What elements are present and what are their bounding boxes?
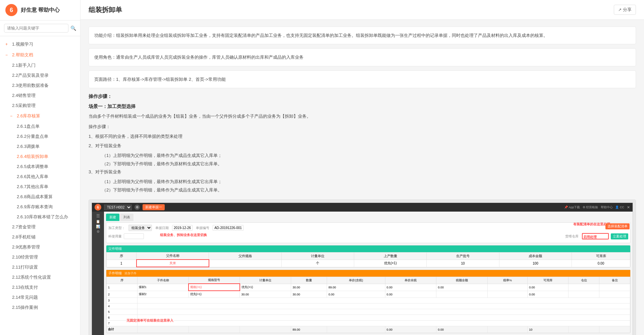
lower-table-title: 子件明细 — [108, 271, 122, 276]
sidebar-item-263[interactable]: 2.6.3调拨单 — [0, 142, 80, 152]
sidebar-item-268[interactable]: 2.6.8商品成本重算 — [0, 192, 80, 202]
sidebar-item-28[interactable]: 2.8手机旺铺 — [0, 232, 80, 242]
lrow1-tax: 0.00 — [436, 284, 488, 291]
sidebar-item-27[interactable]: 2.7资金管理 — [0, 222, 80, 232]
lrow6-empty — [137, 315, 630, 321]
th-avail: 可库库 — [572, 253, 630, 260]
expand-icon: + — [5, 42, 10, 47]
th-batch: 生产批号 — [427, 253, 499, 260]
lrow2-unit: 30.00 — [240, 291, 291, 298]
table-row-total: 合计 89.00 0.00 0.00 — [107, 326, 630, 333]
lower-table-section: 子件明细 添加子件 序 子件名称 规格型号 — [106, 270, 631, 333]
lrow5-seq: 5 — [107, 309, 138, 315]
search-button[interactable]: 🔍 — [70, 25, 76, 31]
sidebar-item-24[interactable]: 2.4销售管理 — [0, 91, 80, 101]
app-top-icons: 📌 App下载 ⚙ 经营检验 帮助中心 👤 CC — [564, 205, 624, 210]
intro-text: 功能介绍：组装拆卸单用来处理企业组装或拆卸等加工业务，支持有固定装配清单的产品加… — [94, 33, 548, 38]
total-empty4 — [327, 326, 385, 333]
sidebar-item-266[interactable]: 2.6.6其他入库单 — [0, 172, 80, 182]
brand-logo: 6 — [5, 4, 17, 16]
lrow1-p1: 89.00 — [327, 284, 385, 291]
sidebar-item-29[interactable]: 2.9优惠券管理 — [0, 242, 80, 252]
lrow1-spec: 规格(×1) — [189, 284, 240, 291]
sidebar-item-213[interactable]: 2.13在线支付 — [0, 282, 80, 292]
type-select[interactable]: 组装业务 拆卸业务 — [128, 225, 152, 231]
lrow1-name: 煤材1 — [137, 284, 189, 291]
sidebar-item-25[interactable]: 2.5采购管理 — [0, 101, 80, 111]
total-empty7 — [599, 326, 630, 333]
search-box: 🔍 — [0, 20, 80, 36]
sidebar-item-265[interactable]: 2.6.5成本调整单 — [0, 162, 80, 172]
no-value: AD-20191226-001 — [213, 225, 244, 231]
sidebar-item-214[interactable]: 2.14常见问题 — [0, 292, 80, 302]
main-header: 组装拆卸单 ↗ 分享 — [80, 0, 644, 20]
main-content: 功能介绍：组装拆卸单用来处理企业组装或拆卸等加工业务，支持有固定装配清单的产品加… — [80, 20, 644, 335]
table-row: 1 煤材1 规格(×1) 优先(×1) 30.00 89.00 0.00 0.0… — [107, 284, 630, 291]
sidebar-item-210[interactable]: 2.10经营管理 — [0, 252, 80, 262]
scenario1-title: 场景一：加工类型选择 — [89, 104, 636, 110]
tab-create[interactable]: 新建 — [106, 214, 119, 221]
sidebar-item-26[interactable]: − 2.6库存核算 — [0, 111, 80, 121]
sidebar-item-264[interactable]: 2.6.4组装拆卸单 — [0, 152, 80, 162]
sidebar-item-269[interactable]: 2.6.9库存账本查询 — [0, 202, 80, 212]
company-select[interactable]: TEST-H002 — [104, 205, 132, 210]
table-row: 6 — [107, 315, 630, 321]
lrow4-seq: 4 — [107, 303, 138, 309]
sidebar-item-267[interactable]: 2.6.7其他出库单 — [0, 182, 80, 192]
lrow2-p2: 0.00 — [385, 291, 436, 298]
lrow7-empty — [137, 321, 630, 326]
search-input[interactable] — [4, 24, 68, 33]
intro-section: 功能介绍：组装拆卸单用来处理企业组装或拆卸等加工业务，支持有固定装配清单的产品加… — [89, 26, 636, 44]
total-empty3 — [240, 326, 291, 333]
lth-note: 备注 — [599, 277, 630, 284]
nav-list: + 1.视频学习 − 2.帮助文档 2.1新手入门 2.2产品安装及登录 2.3… — [0, 36, 80, 335]
step2-2: （2）下部明细为子件明细，最终作为原材料生成其它出库单。 — [89, 160, 636, 168]
brand-name: 好生意 帮助中心 — [21, 7, 60, 14]
sidebar-item-215[interactable]: 2.15操作案例 — [0, 302, 80, 313]
ops-steps-title: 操作步骤： — [89, 123, 636, 131]
upper-table: 序 父件名称 父件规格 计量单位 上产数量 生产批号 成本金额 可库库 — [106, 252, 630, 267]
lrow1-avail: 0.00 — [528, 284, 569, 291]
choose-bom-btn[interactable]: 选择装配清单 — [605, 223, 630, 229]
lower-table: 序 子件名称 规格型号 计量单位 数量 单价(含税) 单价未税 税额全额 — [106, 277, 630, 333]
sidebar-item-212[interactable]: 2.12系统个性化设置 — [0, 272, 80, 282]
lth-unit: 计量单位 — [240, 277, 291, 284]
dept-input[interactable] — [124, 233, 144, 239]
app-logo: 6 — [95, 204, 101, 211]
lrow2-name: 煤材2 — [137, 291, 189, 298]
form-row-2: 科使用量 组装业务、拆卸业务在这里切换 货维仓库 立案处理 — [108, 233, 628, 239]
lrow1-unit: 优先(×1) — [240, 284, 291, 291]
sidebar-item-23[interactable]: 2.3使用前数据准备 — [0, 80, 80, 91]
lrow2-avail: 0.00 — [528, 291, 569, 298]
new-doc-btn[interactable]: 新建单据一 — [143, 204, 165, 210]
cell-unit: 个 — [281, 260, 354, 267]
close-btn[interactable]: ✕ — [627, 205, 630, 210]
lrow1-p2: 0.00 — [385, 284, 436, 291]
sidebar-item-21[interactable]: 2.1新手入门 — [0, 60, 80, 70]
collapse-icon: − — [5, 53, 10, 57]
sidebar-item-docs[interactable]: − 2.帮助文档 — [0, 50, 80, 60]
main-area: 组装拆卸单 ↗ 分享 功能介绍：组装拆卸单用来处理企业组装或拆卸等加工业务，支持… — [80, 0, 644, 335]
lower-table-header: 子件明细 添加子件 — [106, 270, 630, 277]
sidebar-item-262[interactable]: 2.6.2分量盘点单 — [0, 131, 80, 142]
sidebar-item-211[interactable]: 2.11打印设置 — [0, 262, 80, 272]
confirm-btn[interactable]: 立案处理 — [611, 233, 628, 239]
sidebar-item-videos[interactable]: + 1.视频学习 — [0, 39, 80, 50]
app-sidebar-mini: ☰ 📋 📊 ⚙ — [92, 212, 104, 335]
sidebar-item-2610[interactable]: 2.6.10库存账本错了怎么办 — [0, 212, 80, 222]
step3-1: （1）上部明细为父件明细，最终作为原材料生成其它出库单； — [89, 178, 636, 186]
total-val2: 0.00 — [385, 326, 436, 333]
lth-seq: 序 — [107, 277, 138, 284]
dept-label: 科使用量 — [108, 234, 122, 239]
tab-list[interactable]: 列表 — [120, 214, 133, 221]
lrow2-pos — [569, 291, 599, 298]
sidebar-item-261[interactable]: 2.6.1盘点单 — [0, 121, 80, 131]
lrow2-qty: 30.00 — [291, 291, 327, 298]
ops-title: 操作步骤： — [89, 94, 636, 100]
th-cost: 成本金额 — [499, 253, 572, 260]
sidebar-item-22[interactable]: 2.2产品安装及登录 — [0, 70, 80, 80]
share-button[interactable]: ↗ 分享 — [614, 5, 636, 15]
lth-pos: 仓位 — [569, 277, 599, 284]
step3: 3、对于拆装业务 — [89, 168, 636, 176]
ops-section: 操作步骤： 场景一：加工类型选择 当由多个子件材料组装成一个成品的业务为【组装】… — [89, 94, 636, 194]
